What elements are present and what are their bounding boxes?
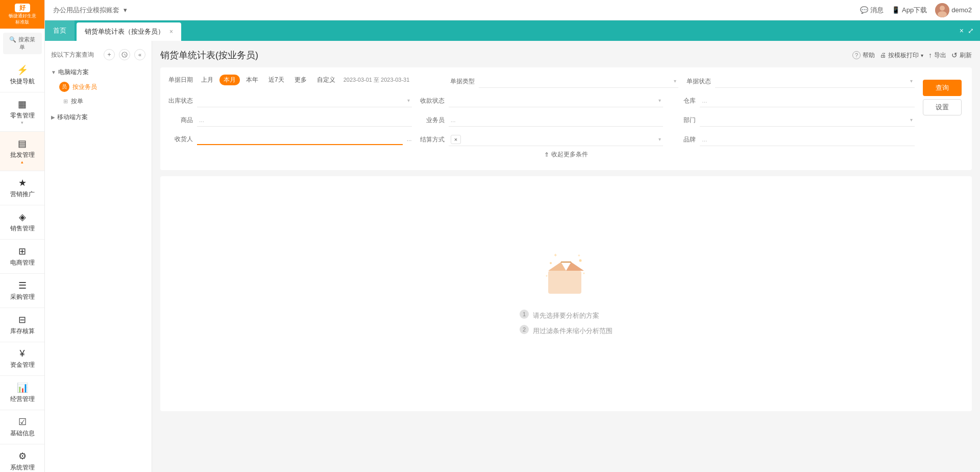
date-range: 2023-03-01 至 2023-03-31 [344,76,410,84]
scheme-item-salesman[interactable]: 员 按业务员 [45,79,152,95]
help-icon: ? [852,51,861,59]
print-icon: 🖨 [880,52,886,59]
sidebar-item-retail[interactable]: ▦ 零售管理 ▾ [0,92,44,132]
svg-point-7 [550,262,552,264]
out-status-label: 出库状态 [168,97,193,105]
sales-icon: ◈ [19,211,26,223]
add-scheme-btn[interactable]: + [104,49,115,60]
tab-close-all-icon[interactable]: × [960,27,964,35]
sidebar-item-ecommerce[interactable]: ⊞ 电商管理 [0,240,44,274]
sidebar-item-inventory[interactable]: ⊟ 库存核算 [0,308,44,342]
svg-text:✦: ✦ [553,252,557,258]
search-menu[interactable]: 🔍 搜索菜单 [3,33,42,54]
payment-tag[interactable]: × [451,135,461,144]
date-btn-last-month[interactable]: 上月 [197,75,217,85]
print-dropdown-icon: ▾ [921,53,923,58]
consignee-input[interactable] [197,133,403,145]
payment-select[interactable]: × ▾ [449,133,664,146]
dept-label: 部门 [671,116,696,125]
out-status-select[interactable]: ▾ [197,94,412,107]
empty-description: 1 请先选择要分析的方案 2 用过滤条件来缩小分析范围 [520,309,612,340]
step-num-2: 2 [520,325,529,334]
print-btn[interactable]: 🖨 按模板打印 ▾ [880,51,923,60]
search-icon: 🔍 [9,36,16,42]
refresh-btn[interactable]: ↺ 刷新 [951,51,972,60]
help-btn[interactable]: ? 帮助 [852,51,875,60]
query-btn[interactable]: 查询 [923,80,962,96]
doc-type-arrow: ▾ [674,78,676,84]
filter-group-payment: 结算方式 × ▾ [420,133,664,146]
date-btn-this-year[interactable]: 本年 [242,75,262,85]
scheme-group-desktop-header[interactable]: ▼ 电脑端方案 [45,65,152,79]
filter-group-doc-status: 单据状态 ▾ [687,75,915,88]
scheme-dot: 员 [59,82,69,92]
filter-group-salesman: 业务员 ... [420,113,664,127]
sidebar-item-basic[interactable]: ☑ 基础信息 [0,410,44,444]
sidebar-item-operations[interactable]: 📊 经营管理 [0,376,44,410]
sidebar-item-system[interactable]: ⚙ 系统管理 [0,444,44,472]
export-btn[interactable]: ↑ 导出 [928,51,946,60]
nav-dropdown-icon[interactable]: ▾ [124,6,127,14]
message-btn[interactable]: 💬 消息 [860,6,884,15]
doc-status-select[interactable]: ▾ [715,75,915,88]
filter-row-4: 收货人 ... 结算方式 × ▾ [168,133,915,146]
filter-row-3: 商品 ... 业务员 ... [168,113,915,127]
tab-home[interactable]: 首页 [45,20,75,41]
tab-actions: × ⤢ [960,27,980,35]
sidebar-item-purchase[interactable]: ☰ 采购管理 [0,274,44,308]
svg-point-10 [546,275,548,277]
sidebar-item-wholesale[interactable]: ▤ 批发管理 ▴ [0,132,44,171]
salesman-select[interactable]: ... [449,113,664,127]
filter-group-out-status: 出库状态 ▾ [168,94,412,107]
sidebar-item-sales[interactable]: ◈ 销售管理 [0,205,44,240]
consignee-more-icon[interactable]: ... [407,135,412,143]
scheme-group-arrow: ▼ [51,69,56,75]
sidebar: 好 畅捷通好生意 标准版 🔍 搜索菜单 ⚡ 快捷导航 ▦ 零售管理 ▾ ▤ 批发… [0,0,45,472]
empty-svg: ✦ ✦ [541,248,592,299]
doc-type-select[interactable]: ▾ [479,75,678,88]
setting-btn[interactable]: 设置 [923,99,962,115]
tab-expand-icon[interactable]: ⤢ [968,27,974,35]
scheme-group-desktop: ▼ 电脑端方案 员 按业务员 ⊞ 按单 [45,65,152,108]
filter-group-consignee: 收货人 ... [168,133,412,145]
svg-point-9 [583,273,585,274]
collapse-bar[interactable]: ⇑ 收起更多条件 [168,146,964,163]
date-btn-custom[interactable]: 自定义 [313,75,339,85]
filter-row-1: 单据日期 上月 本月 本年 近7天 更多 自定义 2023-03-01 至 20… [168,75,915,88]
date-btn-more[interactable]: 更多 [290,75,311,85]
left-panel: 按以下方案查询 + ✎ « ▼ 电脑端方案 员 按业务员 [45,41,152,472]
scheme-group-mobile-header[interactable]: ▶ 移动端方案 [45,110,152,124]
receive-status-arrow: ▾ [658,98,661,103]
date-btn-7days[interactable]: 近7天 [264,75,288,85]
sidebar-item-marketing[interactable]: ★ 营销推广 [0,171,44,205]
goods-select[interactable]: ... [197,113,412,127]
topbar-left: 办公用品行业模拟账套 ▾ [53,6,127,15]
date-btn-this-month[interactable]: 本月 [219,75,240,85]
dept-select[interactable]: ▾ [700,113,915,127]
sidebar-item-finance[interactable]: ¥ 资金管理 [0,342,44,376]
brand-select[interactable]: ... [700,133,915,146]
tab-sales-stats[interactable]: 销货单统计表（按业务员） × [77,22,181,41]
app-download-btn[interactable]: 📱 App下载 [892,6,927,15]
scheme-group-mobile-label: 移动端方案 [57,113,88,122]
collapse-scheme-btn[interactable]: « [134,49,145,60]
warehouse-select[interactable]: ... [700,94,915,107]
svg-text:✎: ✎ [124,53,127,57]
app-logo: 好 畅捷通好生意 标准版 [0,0,45,29]
user-avatar-btn[interactable]: demo2 [935,3,972,17]
app-icon: 📱 [892,6,900,14]
user-name: demo2 [951,6,972,14]
warehouse-placeholder: ... [702,97,707,104]
logo-icon: 好 [15,4,30,12]
tab-close-btn[interactable]: × [169,28,173,35]
svg-text:✦: ✦ [577,253,581,258]
inventory-icon: ⊟ [18,314,26,325]
filter-group-date: 单据日期 上月 本月 本年 近7天 更多 自定义 2023-03-01 至 20… [168,75,442,85]
scheme-item-order[interactable]: ⊞ 按单 [45,95,152,108]
edit-scheme-btn[interactable]: ✎ [119,49,130,60]
svg-point-2 [938,11,947,17]
receive-status-label: 收款状态 [420,97,445,105]
receive-status-select[interactable]: ▾ [449,94,664,107]
sidebar-item-quick-nav[interactable]: ⚡ 快捷导航 [0,58,44,92]
collapse-up-icon: ⇑ [544,151,549,158]
